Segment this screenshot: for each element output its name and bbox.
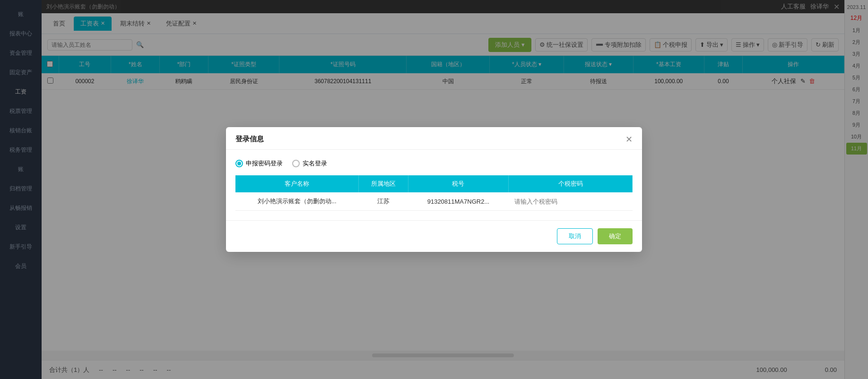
region-cell: 江苏 xyxy=(358,192,408,211)
cancel-button[interactable]: 取消 xyxy=(557,228,593,244)
radio-realname-label: 实名登录 xyxy=(303,159,327,168)
modal-footer: 取消 确定 xyxy=(226,220,642,252)
radio-realname-login[interactable]: 实名登录 xyxy=(292,159,327,168)
radio-password-label: 申报密码登录 xyxy=(246,159,283,168)
login-type-group: 申报密码登录 实名登录 xyxy=(235,159,633,168)
client-name-cell: 刘小艳演示账套（勿删勿动... xyxy=(235,192,358,211)
modal-body: 申报密码登录 实名登录 客户名称 所属地区 税号 个税密码 xyxy=(226,150,642,220)
confirm-button[interactable]: 确定 xyxy=(598,228,633,244)
tax-id-cell: 91320811MA7NGR2... xyxy=(408,192,508,211)
modal-header: 登录信息 ✕ xyxy=(226,127,642,150)
col-region: 所属地区 xyxy=(358,175,408,192)
login-info-row: 刘小艳演示账套（勿删勿动... 江苏 91320811MA7NGR2... xyxy=(235,192,633,211)
col-tax-id: 税号 xyxy=(408,175,508,192)
modal-title: 登录信息 xyxy=(235,135,264,144)
login-info-table: 客户名称 所属地区 税号 个税密码 刘小艳演示账套（勿删勿动... 江苏 913… xyxy=(235,175,633,211)
radio-password-login[interactable]: 申报密码登录 xyxy=(235,159,283,168)
tax-password-cell[interactable] xyxy=(509,192,633,211)
radio-realname-dot xyxy=(292,160,300,167)
tax-password-input[interactable] xyxy=(514,198,627,205)
modal-close-button[interactable]: ✕ xyxy=(625,135,633,144)
login-modal: 登录信息 ✕ 申报密码登录 实名登录 客户名称 所属地区 xyxy=(226,127,642,252)
radio-password-dot xyxy=(235,160,243,167)
col-tax-password: 个税密码 xyxy=(509,175,633,192)
col-client-name: 客户名称 xyxy=(235,175,358,192)
modal-overlay: 登录信息 ✕ 申报密码登录 实名登录 客户名称 所属地区 xyxy=(0,0,868,379)
